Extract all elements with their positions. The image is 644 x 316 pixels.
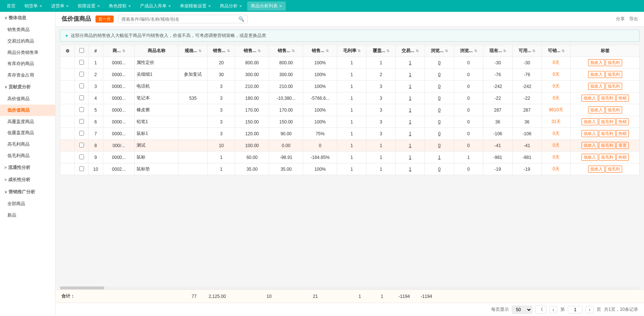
sort-icon[interactable]: ⇅ — [292, 49, 295, 53]
sidebar-item-高毛利商品[interactable]: 高毛利商品 — [0, 139, 55, 150]
link-value[interactable]: 1 — [409, 108, 412, 113]
nav-close-icon[interactable]: ✕ — [39, 4, 42, 8]
sort-icon[interactable]: ⇅ — [445, 49, 448, 53]
cell-browse1[interactable]: 0 — [425, 163, 454, 175]
nav-item-首页[interactable]: 首页 — [3, 1, 19, 11]
cell-check[interactable] — [75, 116, 88, 128]
cell-browse1[interactable]: 0 — [425, 57, 454, 69]
sidebar-item-低覆盖度商品[interactable]: 低覆盖度商品 — [0, 127, 55, 139]
row-checkbox[interactable] — [79, 84, 84, 88]
link-value[interactable]: 1 — [409, 96, 412, 101]
table-row[interactable]: 8000/...测试10100.000.00011100-41-410天低收入低… — [60, 140, 640, 152]
cell-trade[interactable]: 1 — [396, 69, 425, 81]
table-row[interactable]: 100002...鼠标垫135.0035.00100%11100-19-190天… — [60, 163, 640, 175]
link-value[interactable]: 0 — [438, 108, 441, 113]
cell-trade[interactable]: 1 — [396, 116, 425, 128]
sidebar-item-低毛利商品[interactable]: 低毛利商品 — [0, 150, 55, 162]
sidebar-item-库存资金占用[interactable]: 库存资金占用 — [0, 69, 55, 81]
col-header-check[interactable] — [75, 45, 88, 57]
link-value[interactable]: 0 — [438, 131, 441, 136]
sidebar-item-高覆盖度商品[interactable]: 高覆盖度商品 — [0, 116, 55, 128]
link-value[interactable]: 1 — [409, 84, 412, 89]
nav-close-icon[interactable]: ✕ — [128, 4, 131, 8]
cell-check[interactable] — [75, 104, 88, 116]
sort-icon[interactable]: ⇅ — [326, 49, 329, 53]
sort-icon[interactable]: ⇅ — [532, 49, 535, 53]
cell-browse1[interactable]: 0 — [425, 92, 454, 104]
nav-item-产成品入库单[interactable]: 产成品入库单✕ — [136, 1, 175, 11]
sidebar-group-成长性分析[interactable]: >成长性分析 — [0, 174, 55, 186]
cell-check[interactable] — [75, 152, 88, 163]
table-row[interactable]: 70000...鼠标13120.0090.0075%13100-106-1060… — [60, 128, 640, 140]
row-checkbox[interactable] — [79, 166, 84, 171]
sort-icon[interactable]: ⇅ — [227, 49, 230, 53]
cell-browse1[interactable]: 0 — [425, 104, 454, 116]
link-value[interactable]: 0 — [438, 96, 441, 101]
nav-item-商品分析列表[interactable]: 商品分析列表✕ — [247, 1, 286, 11]
export-button[interactable]: 导出 — [629, 16, 638, 22]
cell-browse1[interactable]: 0 — [425, 81, 454, 92]
col-header-name[interactable]: 商品名称 — [135, 45, 178, 57]
col-header-browse2[interactable]: 浏览... ⇅ — [454, 45, 483, 57]
link-value[interactable]: 0 — [438, 167, 441, 172]
table-row[interactable]: 40000...笔记本5353180.00-10,380...-5766.6..… — [60, 92, 640, 104]
nav-item-权限设置[interactable]: 权限设置✕ — [74, 1, 104, 11]
cell-browse1[interactable]: 0 — [425, 116, 454, 128]
nav-close-icon[interactable]: ✕ — [239, 4, 242, 8]
col-header-spec[interactable]: 规格... ⇅ — [178, 45, 208, 57]
link-value[interactable]: 0 — [438, 60, 441, 65]
col-header-margin[interactable]: 毛利率 ⇅ — [337, 45, 366, 57]
col-header-trade[interactable]: 交易... ⇅ — [396, 45, 425, 57]
sidebar-group-流通性分析[interactable]: >流通性分析 — [0, 162, 55, 174]
sidebar-item-有库存的商品[interactable]: 有库存的商品 — [0, 58, 55, 69]
table-row[interactable]: 50000...橡皮擦3170.00170.00100%131002872878… — [60, 104, 640, 116]
row-checkbox[interactable] — [79, 154, 84, 159]
link-value[interactable]: 0 — [438, 143, 441, 148]
col-header-sale4[interactable]: 可销... ⇅ — [541, 45, 571, 57]
cell-trade[interactable]: 1 — [396, 152, 425, 163]
table-row[interactable]: 90000...鼠标160.00-98.91-164.85%11111-981-… — [60, 152, 640, 163]
per-page-select[interactable]: 50 20 100 — [512, 306, 532, 314]
cell-trade[interactable]: 1 — [396, 104, 425, 116]
col-header-stock1[interactable]: 现有... ⇅ — [483, 45, 512, 57]
cell-trade[interactable]: 1 — [396, 92, 425, 104]
row-checkbox[interactable] — [79, 119, 84, 124]
prev-page-button[interactable]: ‹ — [549, 306, 557, 313]
col-header-browse1[interactable]: 浏览... ⇅ — [425, 45, 454, 57]
sidebar-item-交易过的商品[interactable]: 交易过的商品 — [0, 35, 55, 47]
cell-check[interactable] — [75, 57, 88, 69]
page-input[interactable] — [568, 306, 583, 313]
cell-check[interactable] — [75, 92, 88, 104]
sort-icon[interactable]: ⇅ — [416, 49, 419, 53]
search-input[interactable] — [121, 17, 237, 22]
link-value[interactable]: 1 — [409, 167, 412, 172]
col-header-code[interactable]: 商... ⇅ — [103, 45, 134, 57]
sort-icon[interactable]: ⇅ — [503, 49, 506, 53]
cell-browse1[interactable]: 0 — [425, 128, 454, 140]
nav-item-进货单[interactable]: 进货单✕ — [47, 1, 73, 11]
cell-trade[interactable]: 1 — [396, 163, 425, 175]
sidebar-item-销售类商品[interactable]: 销售类商品 — [0, 24, 55, 35]
select-all-checkbox[interactable] — [79, 48, 84, 53]
col-header-cover[interactable]: 覆盖... ⇅ — [366, 45, 396, 57]
nav-item-销货单[interactable]: 销货单✕ — [21, 1, 46, 11]
scrollbar-area[interactable] — [60, 286, 640, 289]
link-value[interactable]: 1 — [409, 131, 412, 136]
nav-item-商品分析[interactable]: 商品分析✕ — [216, 1, 246, 11]
link-value[interactable]: 1 — [409, 72, 412, 77]
nav-close-icon[interactable]: ✕ — [208, 4, 211, 8]
row-checkbox[interactable] — [79, 95, 84, 100]
sidebar-group-整体信息[interactable]: ∨整体信息 — [0, 12, 55, 24]
nav-close-icon[interactable]: ✕ — [279, 4, 282, 8]
link-value[interactable]: 1 — [409, 143, 412, 148]
next-page-button[interactable]: › — [586, 306, 594, 313]
sort-icon[interactable]: ⇅ — [258, 49, 261, 53]
link-value[interactable]: 1 — [409, 60, 412, 65]
link-value[interactable]: 1 — [409, 155, 412, 160]
cell-trade[interactable]: 1 — [396, 140, 425, 152]
link-value[interactable]: 1 — [438, 155, 441, 160]
link-value[interactable]: 1 — [409, 119, 412, 125]
cell-trade[interactable]: 1 — [396, 57, 425, 69]
cell-trade[interactable]: 1 — [396, 128, 425, 140]
col-header-sale2[interactable]: 销售... ⇅ — [269, 45, 303, 57]
